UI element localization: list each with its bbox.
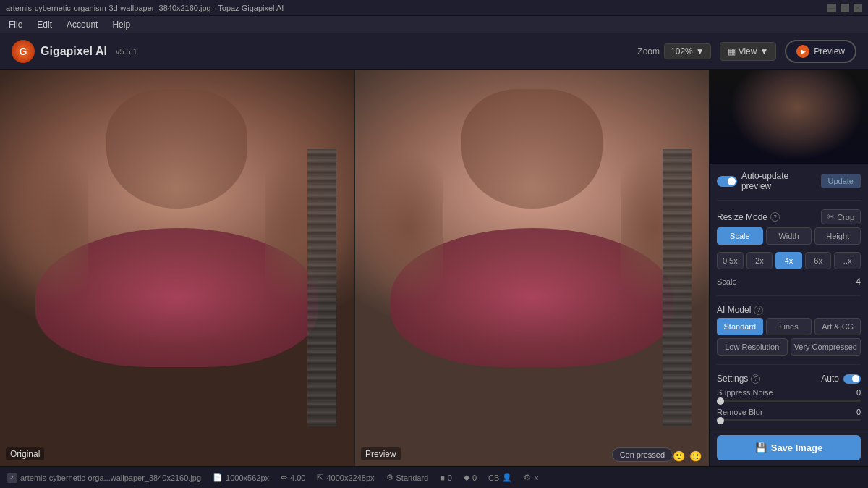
auto-update-label: Auto-update preview xyxy=(741,171,821,191)
svg-rect-0 xyxy=(710,70,868,163)
remove-blur-thumb[interactable] xyxy=(717,417,724,424)
ai-model-verycompressed[interactable]: Very Compressed xyxy=(791,338,861,356)
save-icon: 💾 xyxy=(755,442,767,453)
settings-auto-toggle[interactable] xyxy=(843,374,861,384)
resize-mode-header: Resize Mode ? ✂ Crop xyxy=(717,209,861,224)
suppress-noise-thumb[interactable] xyxy=(717,397,724,405)
auto-update-row: Auto-update preview Update xyxy=(717,171,861,191)
menu-help[interactable]: Help xyxy=(109,20,133,30)
scale-05x[interactable]: 0.5x xyxy=(717,252,744,269)
svg-rect-10 xyxy=(844,114,850,118)
divider-2 xyxy=(717,295,861,296)
ai-model-artcg[interactable]: Art & CG xyxy=(814,318,861,335)
view-button[interactable]: ▦ View ▼ xyxy=(720,42,777,61)
grid-icon: ▦ xyxy=(728,46,736,56)
resize-mode-help-icon[interactable]: ? xyxy=(770,212,780,222)
chevron-down-icon: ▼ xyxy=(696,46,705,56)
suppress-noise-header: Suppress Noise 0 xyxy=(717,388,861,397)
status-dimensions-in: 📄 1000x562px xyxy=(213,473,269,482)
status-val2: ◆ 0 xyxy=(464,473,477,482)
maximize-button[interactable]: □ xyxy=(841,4,849,12)
minimize-button[interactable]: — xyxy=(827,4,836,12)
preview-label: Preview xyxy=(361,447,401,460)
sad-icon[interactable]: 🙁 xyxy=(689,450,702,462)
app-version: v5.5.1 xyxy=(116,47,137,56)
title-bar: artemis-cybernetic-organism-3d-wallpaper… xyxy=(0,0,868,16)
ai-model-lowres[interactable]: Low Resolution xyxy=(717,338,788,356)
resize-icon: ⇱ xyxy=(317,473,323,482)
scale-field-label: Scale xyxy=(717,277,737,286)
scale-6x[interactable]: 6x xyxy=(805,252,832,269)
scale-custom[interactable]: ..x xyxy=(834,252,861,269)
preview-cheek-left xyxy=(355,149,443,308)
scale-4x[interactable]: 4x xyxy=(775,252,802,269)
remove-blur-value: 0 xyxy=(856,408,861,416)
height-tab[interactable]: Height xyxy=(814,227,861,245)
smiley-icon[interactable]: 🙂 xyxy=(673,450,685,462)
svg-rect-7 xyxy=(844,95,850,98)
remove-blur-label: Remove Blur xyxy=(717,408,763,416)
dimensions-in-value: 1000x562px xyxy=(226,474,269,482)
save-btn-container: 💾 Save Image xyxy=(710,429,868,466)
divider-1 xyxy=(717,200,861,201)
app-logo: G Gigapixel AI v5.5.1 xyxy=(12,40,137,63)
menu-file[interactable]: File xyxy=(6,20,25,30)
menu-edit[interactable]: Edit xyxy=(34,20,55,30)
menu-account[interactable]: Account xyxy=(64,20,101,30)
width-tab[interactable]: Width xyxy=(766,227,812,245)
view-label: View xyxy=(739,46,757,56)
settings-title: Settings ? xyxy=(717,374,760,384)
status-checkbox[interactable]: ✓ xyxy=(7,473,17,483)
controls-area: Auto-update preview Update Resize Mode ?… xyxy=(710,164,868,429)
svg-point-13 xyxy=(790,122,816,133)
auto-update-toggle[interactable] xyxy=(717,176,737,187)
scale-2x[interactable]: 2x xyxy=(746,252,773,269)
ai-model-options-row1: Standard Lines Art & CG xyxy=(717,318,861,335)
scale-tab[interactable]: Scale xyxy=(717,227,763,245)
svg-rect-6 xyxy=(843,91,851,142)
noise-icon: ■ xyxy=(440,474,445,482)
remove-blur-track[interactable] xyxy=(717,419,861,421)
zoom-dropdown[interactable]: 102% ▼ xyxy=(664,43,711,59)
scale-arrows-icon: ⇔ xyxy=(281,473,287,482)
model-icon: ⚙ xyxy=(386,473,393,482)
original-panel: Original xyxy=(0,70,354,466)
svg-point-12 xyxy=(805,104,822,115)
file-icon: 📄 xyxy=(213,473,223,482)
close-button[interactable]: ✕ xyxy=(854,4,862,12)
ai-model-help-icon[interactable]: ? xyxy=(754,306,763,315)
app-name: Gigapixel AI xyxy=(41,45,107,58)
crop-button[interactable]: ✂ Crop xyxy=(821,209,861,224)
val1-value: 0 xyxy=(448,474,452,482)
status-gear-icon[interactable]: ⚙ xyxy=(524,473,531,482)
resize-mode-section: Resize Mode ? ✂ Crop Scale Width Height xyxy=(717,209,861,245)
ai-model-standard[interactable]: Standard xyxy=(717,318,763,335)
model-value: Standard xyxy=(396,474,429,482)
svg-rect-5 xyxy=(782,70,833,88)
cb-label: CB xyxy=(488,474,499,482)
status-check-item: ✓ artemis-cybernetic-orga...wallpaper_38… xyxy=(7,473,201,483)
crop-icon: ✂ xyxy=(827,212,834,222)
update-button[interactable]: Update xyxy=(821,174,861,188)
thumbnail-image xyxy=(710,70,868,164)
settings-label: Settings xyxy=(717,374,748,384)
save-image-button[interactable]: 💾 Save Image xyxy=(717,435,861,460)
svg-point-11 xyxy=(784,104,801,115)
suppress-noise-label: Suppress Noise xyxy=(717,388,773,397)
suppress-noise-track[interactable] xyxy=(717,400,861,402)
ai-model-options-row2: Low Resolution Very Compressed xyxy=(717,338,861,356)
preview-button[interactable]: ▶ Preview xyxy=(785,40,856,63)
zoom-control: Zoom 102% ▼ xyxy=(637,43,710,59)
status-filename: artemis-cybernetic-orga...wallpaper_3840… xyxy=(20,474,201,482)
status-model: ⚙ Standard xyxy=(386,473,429,482)
ai-model-label: AI Model xyxy=(717,305,751,315)
cheek-left xyxy=(0,149,88,308)
header-controls: Zoom 102% ▼ ▦ View ▼ ▶ Preview xyxy=(637,40,856,63)
scale-value: 4.00 xyxy=(290,474,305,482)
svg-rect-8 xyxy=(844,101,850,105)
svg-point-1 xyxy=(764,70,843,156)
ai-model-lines[interactable]: Lines xyxy=(766,318,812,335)
status-close-icon[interactable]: × xyxy=(534,474,538,482)
settings-help-icon[interactable]: ? xyxy=(751,374,760,384)
settings-auto-row: Auto xyxy=(821,374,861,384)
